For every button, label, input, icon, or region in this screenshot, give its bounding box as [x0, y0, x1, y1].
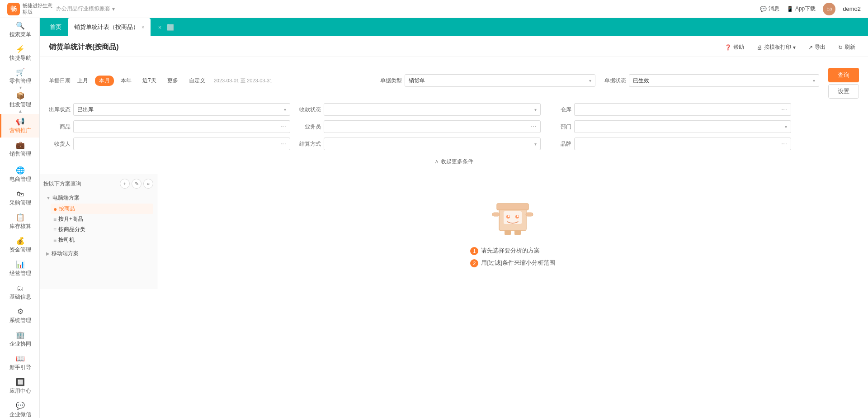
- sidebar-base-label: 基础信息: [9, 293, 31, 301]
- salesman-input[interactable]: ···: [324, 120, 541, 133]
- refresh-button[interactable]: ↻ 刷新: [835, 42, 859, 53]
- date-btn-this-year[interactable]: 本年: [117, 76, 136, 86]
- left-panel-add-button[interactable]: +: [120, 179, 130, 189]
- export-button[interactable]: ↗ 导出: [805, 42, 829, 53]
- wholesale-chevron-icon: ▲: [18, 109, 23, 114]
- date-filter-label: 单据日期: [49, 77, 71, 85]
- bill-status-select[interactable]: 已生效 ▾: [629, 74, 819, 87]
- print-label: 按模板打印: [764, 43, 791, 51]
- print-chevron-icon: ▾: [793, 44, 796, 51]
- settle-filter-item: 结算方式 ▾: [299, 138, 541, 150]
- sidebar-item-system[interactable]: ⚙ 系统管理: [0, 304, 39, 328]
- sidebar-item-sales[interactable]: 💼 销售管理: [0, 138, 39, 161]
- step1-text: 请先选择要分析的方案: [481, 247, 540, 255]
- brand-line1: 畅捷进好生意: [23, 3, 52, 9]
- base-icon: 🗂: [17, 284, 24, 292]
- query-button[interactable]: 查询: [828, 68, 859, 82]
- tab-close-icon[interactable]: ×: [142, 24, 144, 30]
- svg-rect-8: [526, 213, 533, 216]
- warehouse-input[interactable]: ···: [574, 103, 791, 116]
- receiver-input[interactable]: ···: [73, 138, 290, 150]
- filter-row-4: 收货人 ··· 结算方式 ▾ 品牌: [49, 138, 859, 150]
- sidebar-item-enterprise[interactable]: 🏢 企业协同: [0, 328, 39, 351]
- print-button[interactable]: 🖨 按模板打印 ▾: [753, 42, 799, 53]
- receiver-dots-icon[interactable]: ···: [280, 140, 286, 148]
- tree-item-by-goods[interactable]: ● 按商品: [51, 204, 153, 214]
- left-panel-edit-button[interactable]: ✎: [132, 179, 142, 189]
- sidebar-retail-label: 零售管理: [9, 77, 31, 85]
- apps-icon: 🔲: [16, 378, 25, 386]
- page-title: 销货单统计表(按商品): [49, 43, 119, 52]
- sidebar-quicknav[interactable]: ⚡ 快捷导航: [0, 42, 39, 65]
- goods-dots-icon[interactable]: ···: [280, 123, 286, 131]
- settle-chevron-icon: ▾: [534, 142, 537, 147]
- sidebar-item-marketing[interactable]: 📢 营销推广: [0, 114, 39, 138]
- user-name: demo2: [843, 5, 861, 12]
- sidebar-item-inventory[interactable]: 📋 库存核算: [0, 210, 39, 233]
- sidebar-ecommerce-label: 电商管理: [9, 176, 31, 183]
- app-download-button[interactable]: 📱 App下载: [787, 5, 816, 13]
- date-btn-more[interactable]: 更多: [163, 76, 182, 86]
- step2-text: 用[过滤]条件来缩小分析范围: [481, 259, 555, 267]
- win-maximize-button[interactable]: ⬜: [167, 24, 174, 31]
- sidebar-item-finance[interactable]: 💰 资金管理: [0, 233, 39, 257]
- filter-row-2: 出库状态 已出库 ▾ 收款状态 ▾ 仓库: [49, 103, 859, 116]
- empty-icon: [490, 192, 535, 238]
- brand-icon: 畅: [7, 3, 20, 15]
- tree-item-by-category[interactable]: ≡ 按商品分类: [51, 224, 153, 235]
- tab-home[interactable]: 首页: [43, 18, 68, 36]
- message-button[interactable]: 💬 消息: [760, 5, 779, 13]
- goods-filter-item: 商品 ···: [49, 120, 290, 133]
- svg-point-5: [508, 215, 509, 217]
- settle-select[interactable]: ▾: [324, 138, 541, 150]
- salesman-dots-icon[interactable]: ···: [531, 123, 537, 131]
- date-btn-last-month[interactable]: 上月: [73, 76, 92, 86]
- brand-dots-icon[interactable]: ···: [781, 140, 787, 148]
- help-label: 帮助: [733, 43, 744, 51]
- dept-select[interactable]: ▾: [574, 120, 791, 133]
- help-button[interactable]: ❓ 帮助: [721, 42, 748, 53]
- sidebar-item-base[interactable]: 🗂 基础信息: [0, 280, 39, 304]
- brand-input[interactable]: ···: [574, 138, 791, 150]
- sidebar-item-apps[interactable]: 🔲 应用中心: [0, 375, 39, 398]
- marketing-icon: 📢: [16, 117, 25, 126]
- svg-rect-2: [504, 211, 522, 224]
- sidebar-item-wholesale[interactable]: 📦 批发管理 ▲: [0, 90, 39, 114]
- receive-status-select[interactable]: ▾: [324, 103, 541, 116]
- sidebar-item-retail[interactable]: 🛒 零售管理 ▾: [0, 67, 39, 90]
- breadcrumb-chevron-icon[interactable]: ▾: [112, 6, 115, 12]
- win-close-button[interactable]: ×: [156, 24, 163, 31]
- sidebar-item-guide[interactable]: 📖 新手引导: [0, 351, 39, 375]
- tab-report[interactable]: 销货单统计表（按商品） ×: [68, 18, 151, 36]
- left-panel-collapse-button[interactable]: «: [143, 179, 153, 189]
- set-button[interactable]: 设置: [828, 84, 859, 99]
- sidebar-item-purchase[interactable]: 🛍 采购管理: [0, 186, 39, 210]
- left-panel: 按以下方案查询 + ✎ « ▼ 电脑端方案 ●: [40, 174, 157, 289]
- left-panel-title: 按以下方案查询: [43, 180, 81, 188]
- date-btn-custom[interactable]: 自定义: [185, 76, 209, 86]
- avatar-text: Ea: [826, 6, 832, 11]
- right-action-panel: 查询 设置: [828, 62, 859, 99]
- goods-input[interactable]: ···: [73, 120, 290, 133]
- sidebar-inventory-label: 库存核算: [9, 223, 31, 230]
- tree-section-pc[interactable]: ▼ 电脑端方案: [43, 192, 153, 204]
- sidebar-item-wechat[interactable]: 💬 企业微信: [0, 398, 39, 418]
- tree-item-by-driver[interactable]: ≡ 按司机: [51, 235, 153, 245]
- tree-item-by-month-goods[interactable]: ≡ 按月+商品: [51, 214, 153, 224]
- sidebar-item-ops[interactable]: 📊 经营管理: [0, 257, 39, 280]
- empty-step-2: 2 用[过滤]条件来缩小分析范围: [470, 259, 555, 267]
- avatar[interactable]: Ea: [823, 3, 835, 15]
- sidebar-enterprise-label: 企业协同: [9, 340, 31, 348]
- date-btn-7days[interactable]: 近7天: [138, 76, 160, 86]
- collapse-row[interactable]: ∧ 收起更多条件: [49, 155, 859, 168]
- bill-type-select[interactable]: 销货单 ▾: [405, 74, 595, 87]
- filter-row-3: 商品 ··· 业务员 ··· 部门: [49, 120, 859, 133]
- svg-rect-10: [514, 230, 521, 235]
- sidebar-item-ecommerce[interactable]: 🌐 电商管理: [0, 163, 39, 186]
- date-btn-this-month[interactable]: 本月: [95, 76, 114, 86]
- out-status-select[interactable]: 已出库 ▾: [73, 103, 290, 116]
- sidebar-search[interactable]: 🔍 搜索菜单: [0, 18, 39, 42]
- tree-section-mobile[interactable]: ▶ 移动端方案: [43, 248, 153, 259]
- guide-icon: 📖: [16, 354, 25, 363]
- warehouse-dots-icon[interactable]: ···: [781, 105, 787, 114]
